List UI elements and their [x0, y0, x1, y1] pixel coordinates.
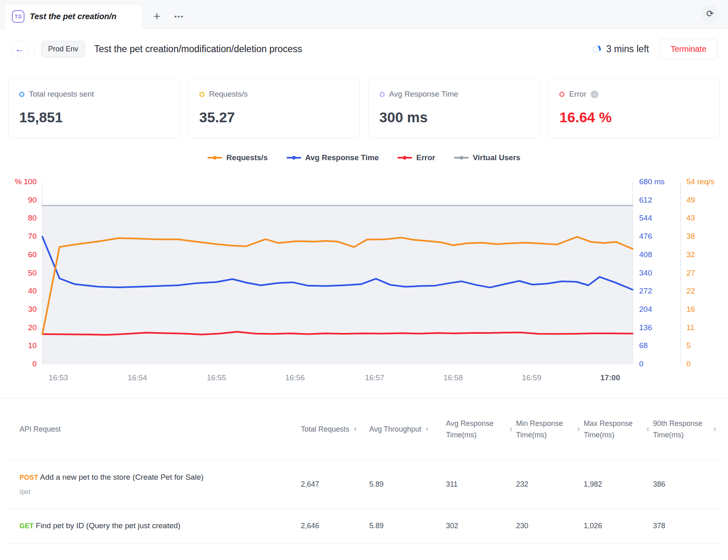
- terminate-button[interactable]: Terminate: [660, 39, 717, 60]
- svg-text:30: 30: [28, 305, 37, 313]
- svg-text:408: 408: [639, 250, 652, 259]
- legend-label: Error: [416, 153, 435, 162]
- svg-text:90: 90: [28, 196, 37, 204]
- svg-text:50: 50: [28, 269, 37, 277]
- metric-value-cell: 2,647: [301, 480, 369, 489]
- stat-card: Total requests sent15,851: [8, 78, 180, 138]
- svg-text:40: 40: [28, 287, 37, 295]
- svg-text:70: 70: [28, 232, 37, 240]
- api-request-cell: GET Find pet by ID (Query the pet just c…: [8, 521, 301, 530]
- stat-card-value: 15,851: [19, 109, 169, 126]
- metric-value-cell: 378: [653, 522, 720, 530]
- svg-text:17:00: 17:00: [600, 373, 620, 382]
- svg-text:22: 22: [686, 287, 695, 295]
- column-header[interactable]: 90th Response Time(ms)▲▼: [653, 418, 720, 441]
- column-header-label: Min Response Time(ms): [516, 418, 573, 441]
- column-header-label: Max Response Time(ms): [584, 418, 642, 441]
- stat-cards: Total requests sent15,851Requests/s35.27…: [0, 69, 728, 141]
- svg-text:272: 272: [639, 287, 652, 295]
- svg-text:11: 11: [686, 323, 695, 332]
- svg-text:612: 612: [639, 196, 652, 204]
- tab-bar: TS Test the pet creation/n + ••• ⟳: [0, 0, 728, 29]
- sort-arrows-icon[interactable]: ▲▼: [509, 427, 513, 432]
- info-icon[interactable]: i: [591, 90, 598, 98]
- svg-text:27: 27: [686, 269, 695, 277]
- stat-card: Requests/s35.27: [188, 78, 360, 138]
- metric-value-cell: 2,646: [301, 522, 369, 530]
- legend-marker-icon: [287, 155, 301, 161]
- api-request-cell: POST Add a new pet to the store (Create …: [8, 473, 301, 496]
- column-header[interactable]: Total Requests▲▼: [301, 424, 369, 435]
- sort-arrows-icon[interactable]: ▲▼: [646, 427, 650, 432]
- svg-text:49: 49: [686, 196, 695, 204]
- tab-overflow-menu-icon[interactable]: •••: [174, 13, 184, 21]
- page-header: ← Prod Env Test the pet creation/modific…: [0, 29, 728, 69]
- svg-text:16:54: 16:54: [128, 373, 147, 382]
- column-header-label: Avg Throughput: [369, 424, 421, 435]
- svg-text:136: 136: [639, 323, 652, 332]
- stat-card-label: Total requests sent: [29, 90, 94, 99]
- chart-legend: Requests/sAvg Response TimeErrorVirtual …: [0, 151, 728, 164]
- legend-label: Requests/s: [226, 153, 267, 162]
- legend-item[interactable]: Virtual Users: [454, 153, 521, 162]
- svg-text:16:59: 16:59: [522, 373, 542, 382]
- table-row[interactable]: GET Find pet by ID (Query the pet just c…: [8, 509, 720, 544]
- sort-arrows-icon[interactable]: ▲▼: [713, 427, 717, 432]
- sort-arrows-icon[interactable]: ▲▼: [577, 427, 580, 432]
- stat-card: Avg Response Time300 ms: [368, 78, 540, 138]
- column-header[interactable]: Avg Throughput▲▼: [369, 424, 446, 435]
- active-tab[interactable]: TS Test the pet creation/n: [4, 4, 143, 29]
- request-description: Add a new pet to the store (Create Pet f…: [38, 473, 204, 481]
- metric-value-cell: 5.89: [369, 522, 446, 530]
- svg-text:% 100: % 100: [15, 177, 37, 186]
- table-row[interactable]: POST Add a new pet to the store (Create …: [8, 461, 720, 509]
- stat-card: Errori16.64 %: [548, 78, 720, 138]
- active-tab-title: Test the pet creation/n: [30, 12, 117, 21]
- stat-card-label: Error: [569, 90, 586, 99]
- legend-item[interactable]: Requests/s: [207, 153, 267, 162]
- svg-text:544: 544: [639, 214, 652, 222]
- chart-area: % 100680 ms54 req/s906124980544437047638…: [0, 164, 728, 388]
- sort-arrows-icon[interactable]: ▲▼: [425, 427, 429, 432]
- time-remaining: 3 mins left: [592, 44, 649, 55]
- legend-item[interactable]: Avg Response Time: [287, 153, 379, 162]
- legend-label: Virtual Users: [473, 153, 521, 162]
- back-button[interactable]: ←: [11, 40, 29, 58]
- svg-text:80: 80: [28, 214, 37, 222]
- column-header-label: Total Requests: [301, 424, 349, 435]
- stat-card-value: 16.64 %: [559, 109, 709, 126]
- new-tab-button[interactable]: +: [153, 10, 161, 22]
- sort-arrows-icon[interactable]: ▲▼: [353, 427, 357, 432]
- svg-text:43: 43: [686, 214, 695, 222]
- column-header-label: Avg Response Time(ms): [446, 418, 505, 441]
- metric-value-cell: 302: [446, 522, 516, 530]
- svg-text:476: 476: [639, 232, 652, 240]
- metric-value-cell: 232: [516, 480, 584, 489]
- svg-text:54 req/s: 54 req/s: [686, 177, 715, 186]
- metric-ring-icon: [559, 92, 565, 97]
- svg-text:204: 204: [639, 305, 652, 313]
- environment-badge: Prod Env: [41, 41, 85, 57]
- column-header-label: 90th Response Time(ms): [653, 418, 709, 441]
- legend-marker-icon: [397, 155, 412, 161]
- legend-label: Avg Response Time: [305, 153, 379, 162]
- http-method-badge: POST: [20, 474, 38, 481]
- stat-card-label: Avg Response Time: [389, 90, 459, 99]
- svg-text:16:56: 16:56: [285, 373, 305, 382]
- metric-value-cell: 5.89: [369, 480, 446, 489]
- column-header[interactable]: Min Response Time(ms)▲▼: [516, 418, 584, 441]
- refresh-icon[interactable]: ⟳: [701, 5, 719, 23]
- column-header[interactable]: Max Response Time(ms)▲▼: [584, 418, 653, 441]
- legend-item[interactable]: Error: [397, 153, 435, 162]
- svg-text:5: 5: [686, 341, 691, 350]
- metric-ring-icon: [19, 92, 24, 97]
- svg-text:0: 0: [639, 359, 644, 368]
- legend-marker-icon: [454, 155, 469, 161]
- metric-ring-icon: [199, 92, 205, 97]
- svg-text:10: 10: [28, 341, 37, 350]
- page-title: Test the pet creation/modification/delet…: [94, 44, 592, 55]
- request-description: Find pet by ID (Query the pet just creat…: [34, 521, 181, 530]
- column-header[interactable]: Avg Response Time(ms)▲▼: [446, 418, 516, 441]
- svg-text:0: 0: [686, 359, 691, 368]
- svg-text:32: 32: [686, 250, 695, 259]
